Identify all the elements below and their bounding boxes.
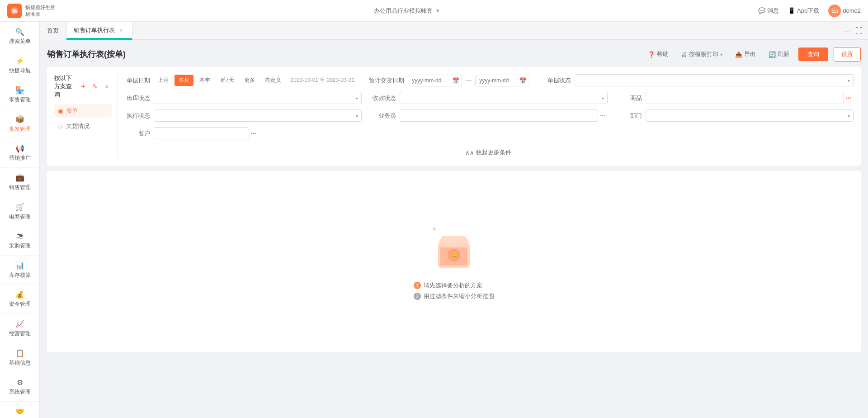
date-btn-custom[interactable]: 自定义 <box>261 75 285 86</box>
date-group: 单据日期 上月 本月 本年 近7天 更多 自定义 2023-03-01 至 20… <box>123 75 354 86</box>
sidebar-item-ecommerce[interactable]: 🛒 电商管理 <box>0 197 39 227</box>
receipt-status-control: ▾ <box>400 92 608 104</box>
filter-panel: 按以下方案查询 + ✎ « ◉ 按单 ◎ <box>47 67 861 166</box>
salesperson-input[interactable] <box>400 109 598 122</box>
basic-info-icon: 📋 <box>15 349 24 358</box>
salesperson-label: 业务员 <box>369 112 396 120</box>
salesperson-group: 业务员 ··· <box>369 109 608 122</box>
page-title-bar: 办公用品行业模拟账套 <box>374 7 433 15</box>
sidebar-item-retail[interactable]: 🏪 零售管理 <box>0 80 39 109</box>
date-btn-last-7-days[interactable]: 近7天 <box>216 75 238 86</box>
empty-hint-1: 1 请先选择要分析的方案 <box>414 281 494 290</box>
exec-status-control: ▾ <box>154 109 362 122</box>
settings-button[interactable]: 设置 <box>834 47 861 62</box>
customer-dots-button[interactable]: ··· <box>249 129 259 138</box>
expected-date-start-input[interactable] <box>408 75 462 86</box>
expected-date-start-wrap: 📅 <box>408 75 462 86</box>
svg-marker-4 <box>438 236 470 243</box>
export-button[interactable]: 📤 导出 <box>731 48 760 60</box>
receipt-status-select[interactable] <box>400 92 608 104</box>
logo-text: 畅捷通好生意 标准版 <box>25 4 55 17</box>
add-scheme-button[interactable]: + <box>78 81 88 91</box>
sidebar-item-purchase[interactable]: 🛍 采购管理 <box>0 226 39 256</box>
tab-bar-actions: — ⛶ <box>841 25 868 37</box>
scheme-item-按单[interactable]: ◉ 按单 <box>54 104 112 118</box>
content-area: 首页 销售订单执行表 × — ⛶ 销售订单执行表(按单) ❓ 帮助 <box>40 22 868 418</box>
inventory-icon: 📊 <box>15 261 24 270</box>
help-button[interactable]: ❓ 帮助 <box>644 48 672 60</box>
filter-sidebar-header: 按以下方案查询 + ✎ « <box>54 74 112 99</box>
filter-collapse-row[interactable]: ∧∧ 收起更多条件 <box>123 145 854 158</box>
date-btn-this-year[interactable]: 本年 <box>195 75 214 86</box>
header-right: 💬 消息 📱 App下载 Ea demo2 <box>758 5 861 17</box>
win-maximize-btn[interactable]: ⛶ <box>854 25 864 37</box>
out-status-group: 出库状态 ▾ <box>123 92 362 104</box>
edit-scheme-button[interactable]: ✎ <box>90 81 100 91</box>
sidebar-item-operations[interactable]: 📈 经营管理 <box>0 314 39 343</box>
top-header: 畅 畅捷通好生意 标准版 办公用品行业模拟账套 ▾ 💬 消息 📱 App下载 E… <box>0 0 868 22</box>
sidebar-item-inventory[interactable]: 📊 库存核算 <box>0 256 39 285</box>
collapse-sidebar-button[interactable]: « <box>102 81 112 91</box>
sidebar-item-basic-info[interactable]: 📋 基础信息 <box>0 343 39 373</box>
sidebar-item-wholesale[interactable]: 📦 批发管理 <box>0 109 39 139</box>
user-action[interactable]: Ea demo2 <box>828 5 861 17</box>
sidebar-item-quick-nav[interactable]: ⚡ 快捷导航 <box>0 51 39 81</box>
svg-text:😊: 😊 <box>451 252 458 259</box>
template-print-button[interactable]: 🖨 按模板打印 ▾ <box>678 48 726 60</box>
customer-control: ··· <box>154 127 259 139</box>
sidebar-item-label: 零售管理 <box>9 96 31 104</box>
sidebar-item-label: 搜索菜单 <box>9 38 31 45</box>
goods-control: ··· <box>646 92 854 104</box>
sidebar-item-label: 库存核算 <box>9 272 31 279</box>
customer-input[interactable] <box>154 127 249 139</box>
sidebar-item-enterprise[interactable]: 🤝 企业协同 <box>0 402 39 418</box>
date-btn-more[interactable]: 更多 <box>240 75 259 86</box>
date-btn-last-month[interactable]: 上月 <box>154 75 173 86</box>
sidebar-item-marketing[interactable]: 📢 营销推广 <box>0 138 39 168</box>
sidebar-item-label: 采购管理 <box>9 242 31 250</box>
export-icon: 📤 <box>735 51 742 58</box>
ecommerce-icon: 🛒 <box>15 203 24 212</box>
filter-row-1: 单据日期 上月 本月 本年 近7天 更多 自定义 2023-03-01 至 20… <box>123 74 854 86</box>
page-content: 销售订单执行表(按单) ❓ 帮助 🖨 按模板打印 ▾ 📤 导出 <box>40 40 868 418</box>
out-status-select[interactable] <box>154 92 362 104</box>
sidebar-item-finance[interactable]: 💰 资金管理 <box>0 285 39 314</box>
goods-input[interactable] <box>646 92 844 104</box>
sidebar: 🔍 搜索菜单 ⚡ 快捷导航 🏪 零售管理 📦 批发管理 📢 营销推广 💼 销售管… <box>0 22 40 418</box>
dept-select[interactable] <box>646 109 854 122</box>
goods-dots-button[interactable]: ··· <box>844 94 854 102</box>
filter-sidebar-icons: + ✎ « <box>78 81 112 91</box>
expected-date-end-input[interactable] <box>475 75 529 86</box>
hint-num-1: 1 <box>414 282 421 289</box>
sidebar-item-sales[interactable]: 💼 销售管理 <box>0 168 39 197</box>
doc-status-label: 单据状态 <box>544 76 571 85</box>
purchase-icon: 🛍 <box>15 232 24 241</box>
message-action[interactable]: 💬 消息 <box>758 7 779 15</box>
page-actions: ❓ 帮助 🖨 按模板打印 ▾ 📤 导出 🔄 刷新 <box>644 47 861 62</box>
exec-status-select[interactable] <box>154 109 362 122</box>
date-btn-this-month[interactable]: 本月 <box>175 75 193 86</box>
tab-home[interactable]: 首页 <box>40 22 66 40</box>
avatar: Ea <box>828 5 841 17</box>
win-minimize-btn[interactable]: — <box>841 25 852 37</box>
scheme-item-欠货情况[interactable]: ◎ 欠货情况 <box>54 119 112 133</box>
filter-row-2: 出库状态 ▾ 收款状态 <box>123 92 854 104</box>
operations-icon: 📈 <box>15 319 24 328</box>
query-button[interactable]: 查询 <box>798 48 828 61</box>
app-download-action[interactable]: 📱 App下载 <box>788 7 819 15</box>
tab-close-button[interactable]: × <box>118 27 125 34</box>
dept-group: 部门 ▾ <box>615 109 854 122</box>
logo-icon: 畅 <box>7 4 22 18</box>
tab-sales-order[interactable]: 销售订单执行表 × <box>66 22 132 40</box>
salesperson-dots-button[interactable]: ··· <box>598 112 608 120</box>
help-icon: ❓ <box>648 51 655 58</box>
empty-hints: 1 请先选择要分析的方案 2 用过滤条件来缩小分析范围 <box>414 281 494 300</box>
doc-status-select[interactable] <box>575 74 854 86</box>
sidebar-item-system[interactable]: ⚙ 系统管理 <box>0 372 39 402</box>
refresh-button[interactable]: 🔄 刷新 <box>765 48 793 60</box>
dropdown-icon[interactable]: ▾ <box>436 7 439 14</box>
filter-sidebar: 按以下方案查询 + ✎ « ◉ 按单 ◎ <box>54 74 118 158</box>
sidebar-item-search-menu[interactable]: 🔍 搜索菜单 <box>0 22 39 51</box>
empty-hint-2: 2 用过滤条件来缩小分析范围 <box>414 292 494 300</box>
template-print-dropdown-icon[interactable]: ▾ <box>720 52 722 57</box>
